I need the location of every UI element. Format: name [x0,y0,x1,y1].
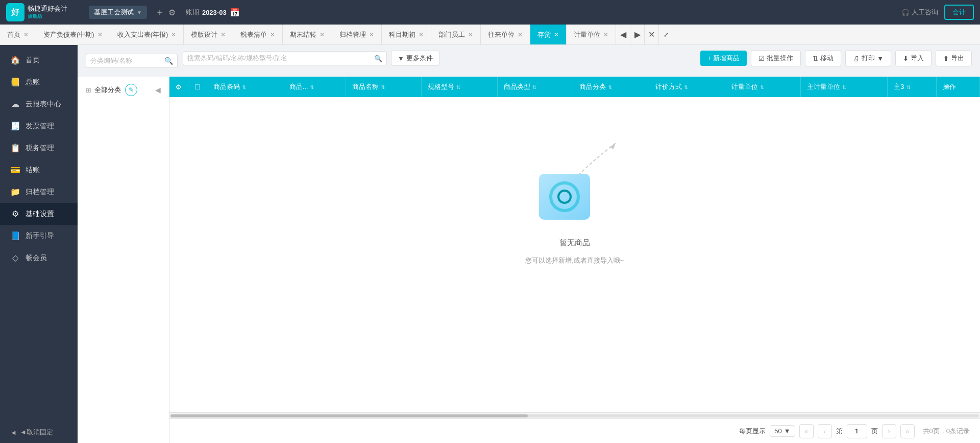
sort-icon: ⇅ [532,84,536,90]
col-checkbox[interactable]: ☐ [188,77,207,97]
account-button[interactable]: 会计 [944,5,974,20]
page-size-selector[interactable]: 50 ▼ [770,425,795,437]
top-bar: 好 畅捷通好会计 旗舰版 基层工会测试 ▼ ＋ ⚙ 账期 2023-03 📅 🎧… [0,0,980,25]
sidebar-item-tax[interactable]: 📋 税务管理 [0,137,78,159]
logo-area: 好 畅捷通好会计 旗舰版 [6,3,83,21]
tab-archive[interactable]: 归档管理 ✕ [332,25,382,45]
collapse-button[interactable]: ◀ [155,86,161,94]
col-spec[interactable]: 规格型号 ⇅ [422,77,498,97]
tab-close-icon[interactable]: ✕ [270,31,275,38]
member-icon: ◇ [10,253,20,263]
col-main-unit[interactable]: 主计量单位 ⇅ [801,77,888,97]
tab-close-icon[interactable]: ✕ [419,31,424,38]
content-split: ⊞ 全部分类 ✎ ◀ ⚙ ☐ [78,77,980,443]
search-product-input[interactable]: 搜索条码/编码/名称/规格型号/别名 🔍 [183,51,387,65]
empty-magnify [549,181,580,212]
tab-close-icon[interactable]: ✕ [554,31,559,38]
sidebar-item-guide[interactable]: 📘 新手引导 [0,225,78,247]
app-logo: 好 [6,3,24,21]
search-icon: 🔍 [164,57,173,65]
sidebar-item-invoice[interactable]: 🧾 发票管理 [0,115,78,137]
col-category[interactable]: 商品分类 ⇅ [573,77,649,97]
add-workspace-icon[interactable]: ＋ [155,6,164,18]
col-barcode[interactable]: 商品条码 ⇅ [207,77,283,97]
add-product-button[interactable]: + 新增商品 [700,51,747,66]
sidebar-item-archive[interactable]: 📁 归档管理 [0,181,78,203]
workspace-selector[interactable]: 基层工会测试 ▼ [89,6,147,19]
last-page-button[interactable]: » [900,424,915,438]
tab-close-all[interactable]: ✕ [645,25,659,45]
tab-tax[interactable]: 税表清单 ✕ [233,25,283,45]
tab-close-icon[interactable]: ✕ [603,31,608,38]
page-number-input[interactable] [847,424,867,438]
tab-income[interactable]: 收入支出表(年报) ✕ [110,25,184,45]
tab-close-icon[interactable]: ✕ [518,31,523,38]
sidebar-item-ledger[interactable]: 📒 总账 [0,71,78,93]
col-name[interactable]: 商品名称 ⇅ [346,77,422,97]
sidebar-item-reports[interactable]: ☁ 云报表中心 [0,93,78,115]
filter-icon: ▼ [398,55,404,62]
tab-inventory[interactable]: 存货 ✕ [530,25,567,45]
tab-home[interactable]: 首页 ✕ [0,25,36,45]
calendar-icon[interactable]: 📅 [230,8,240,17]
magnify-circle [557,190,572,204]
tab-unit[interactable]: 计量单位 ✕ [567,25,616,45]
empty-doc [539,174,590,220]
sort-icon: ⇅ [310,84,314,90]
second-toolbar: 搜索条码/编码/名称/规格型号/别名 🔍 ▼ 更多条件 + 新增商品 ☑ 批量操… [183,50,972,72]
col-settings[interactable]: ⚙ [169,77,188,97]
col-code[interactable]: 商品... ⇅ [283,77,346,97]
tab-close-icon[interactable]: ✕ [220,31,226,38]
sidebar-item-checkout[interactable]: 💳 结账 [0,159,78,181]
tab-close-icon[interactable]: ✕ [369,31,374,38]
horizontal-scrollbar[interactable] [169,412,980,418]
print-button[interactable]: 🖨 打印 ▼ [845,50,891,66]
category-header[interactable]: ⊞ 全部分类 ✎ ◀ [82,81,165,99]
col-extra[interactable]: 主3 ⇅ [888,77,937,97]
export-button[interactable]: ⬆ 导出 [936,50,972,66]
tab-close-icon[interactable]: ✕ [468,31,473,38]
search-classify-input[interactable]: 分类编码/名称 🔍 [86,54,178,68]
tab-expand[interactable]: ⤢ [659,25,673,45]
tab-balance[interactable]: 资产负债表(中期) ✕ [36,25,110,45]
scrollbar-thumb[interactable] [170,414,528,417]
tab-dept[interactable]: 部门员工 ✕ [431,25,481,45]
tab-subject[interactable]: 科目期初 ✕ [382,25,431,45]
tab-scroll-right[interactable]: ▶ [630,25,645,45]
print-dropdown-icon: ▼ [877,55,884,62]
prev-page-button[interactable]: ‹ [818,424,832,438]
tab-close-icon[interactable]: ✕ [23,31,29,38]
col-type[interactable]: 商品类型 ⇅ [497,77,573,97]
sort-icon: ⇅ [684,84,688,90]
category-edit-button[interactable]: ✎ [125,84,137,96]
guide-icon: 📘 [10,231,20,241]
grid-icon: ⊞ [86,86,91,94]
settings-icon[interactable]: ⚙ [168,8,176,17]
next-page-button[interactable]: › [882,424,896,438]
tab-template[interactable]: 模版设计 ✕ [184,25,233,45]
empty-title: 暂无商品 [559,238,590,248]
period-area: 账期 2023-03 📅 [186,8,240,17]
move-button[interactable]: ⇅ 移动 [805,50,841,66]
dropdown-icon: ▼ [784,427,791,435]
tab-contacts[interactable]: 往来单位 ✕ [481,25,530,45]
tab-close-icon[interactable]: ✕ [171,31,176,38]
sidebar-item-settings[interactable]: ⚙ 基础设置 [0,203,78,225]
first-page-button[interactable]: « [799,424,814,438]
tab-close-icon[interactable]: ✕ [97,31,103,38]
category-panel: ⊞ 全部分类 ✎ ◀ [78,77,169,443]
import-icon: ⬇ [903,55,909,62]
ledger-icon: 📒 [10,77,20,87]
tab-period-end[interactable]: 期末结转 ✕ [283,25,332,45]
sidebar-pin-toggle[interactable]: ◄ ◄取消固定 [0,422,78,443]
filter-button[interactable]: ▼ 更多条件 [391,51,439,66]
tab-close-icon[interactable]: ✕ [320,31,325,38]
col-price-method[interactable]: 计价方式 ⇅ [649,77,725,97]
sidebar-item-home[interactable]: 🏠 首页 [0,49,78,71]
batch-button[interactable]: ☑ 批量操作 [751,50,801,66]
tab-scroll-left[interactable]: ◀ [616,25,630,45]
help-button[interactable]: 🎧 人工咨询 [901,8,938,17]
col-unit[interactable]: 计量单位 ⇅ [725,77,801,97]
import-button[interactable]: ⬇ 导入 [895,50,932,66]
sidebar-item-member[interactable]: ◇ 畅会员 [0,247,78,269]
